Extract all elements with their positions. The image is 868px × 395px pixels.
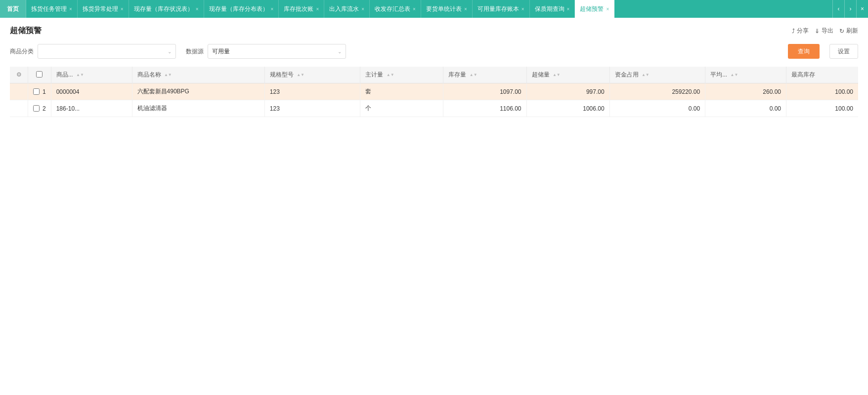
th-checkbox[interactable] [28, 67, 51, 83]
share-action[interactable]: ⤴ 分享 [792, 27, 809, 35]
th-max-stock[interactable]: 最高库存 [786, 67, 858, 83]
td-num-1: 2 [28, 100, 51, 117]
td-capital-0: 259220.00 [609, 83, 705, 100]
nav-tab-8[interactable]: 可用量库存账本× [473, 0, 530, 18]
nav-tab-label-9: 保质期查询 [535, 5, 564, 13]
sort-icon-avg: ▲▼ [731, 73, 738, 77]
td-settings-1 [10, 100, 28, 117]
datasource-select[interactable]: 可用量 ⌄ [208, 44, 346, 59]
td-avg-0: 260.00 [705, 83, 786, 100]
nav-tab-close-3[interactable]: × [271, 6, 274, 12]
th-stock[interactable]: 库存量 ▲▼ [443, 67, 526, 83]
nav-tab-label-4: 库存批次账 [284, 5, 313, 13]
category-select[interactable]: ⌄ [38, 44, 176, 59]
export-label: 导出 [822, 27, 833, 35]
datasource-arrow-icon: ⌄ [338, 49, 342, 54]
nav-tab-label-8: 可用量库存账本 [477, 5, 519, 13]
td-stock-1: 1106.00 [443, 100, 526, 117]
share-icon: ⤴ [792, 28, 795, 35]
table-header-row: ⚙ 商品... ▲▼ 商品名称 ▲▼ 规格型号 ▲▼ 主计 [10, 67, 858, 83]
td-unit-0: 套 [360, 83, 443, 100]
datasource-filter: 数据源 可用量 ⌄ [186, 44, 346, 59]
th-unit-label: 主计量 [365, 71, 383, 78]
nav-tab-close-4[interactable]: × [316, 6, 319, 12]
sort-icon-overstock: ▲▼ [553, 73, 561, 77]
refresh-label: 刷新 [846, 27, 858, 35]
nav-tab-label-10: 超储预警 [580, 5, 604, 13]
sort-icon-unit: ▲▼ [387, 73, 394, 77]
nav-tab-label-5: 出入库流水 [329, 5, 359, 13]
export-action[interactable]: ⇓ 导出 [815, 27, 833, 35]
th-overstock[interactable]: 超储量 ▲▼ [526, 67, 609, 83]
nav-tab-close-10[interactable]: × [606, 6, 609, 12]
nav-tab-close-1[interactable]: × [121, 6, 124, 12]
row-checkbox-0[interactable] [33, 88, 40, 95]
nav-tab-close-0[interactable]: × [69, 6, 72, 12]
category-arrow-icon: ⌄ [168, 49, 172, 54]
table-row: 2 186-10... 机油滤清器 123 个 1106.00 1006.00 … [10, 100, 858, 117]
th-capital[interactable]: 资金占用 ▲▼ [609, 67, 705, 83]
settings-button[interactable]: 设置 [829, 44, 858, 59]
nav-home[interactable]: 首页 [0, 0, 26, 18]
top-nav: 首页 拣货任务管理×拣货异常处理×现存量（库存状况表）×现存量（库存分布表）×库… [0, 0, 868, 18]
td-spec-0: 123 [264, 83, 360, 100]
th-capital-label: 资金占用 [615, 71, 639, 78]
datasource-label: 数据源 [186, 47, 204, 56]
nav-tab-10[interactable]: 超储预警× [575, 0, 614, 18]
nav-tab-9[interactable]: 保质期查询× [530, 0, 575, 18]
page-title-row: 超储预警 ⤴ 分享 ⇓ 导出 ↻ 刷新 [10, 26, 858, 36]
th-max-stock-label: 最高库存 [791, 71, 815, 78]
td-overstock-0: 997.00 [526, 83, 609, 100]
row-num-1: 2 [43, 105, 46, 112]
nav-tab-label-0: 拣货任务管理 [31, 5, 67, 13]
th-product-name[interactable]: 商品名称 ▲▼ [132, 67, 264, 83]
th-spec[interactable]: 规格型号 ▲▼ [264, 67, 360, 83]
nav-close-arrow[interactable]: × [856, 0, 868, 18]
nav-tab-6[interactable]: 收发存汇总表× [370, 0, 421, 18]
th-settings[interactable]: ⚙ [10, 67, 28, 83]
sort-icon-product-name: ▲▼ [164, 73, 172, 77]
sort-icon-stock: ▲▼ [470, 73, 477, 77]
nav-tab-label-3: 现存量（库存分布表） [209, 5, 268, 13]
nav-tab-close-8[interactable]: × [521, 6, 524, 12]
export-icon: ⇓ [815, 28, 820, 35]
select-all-checkbox[interactable] [36, 71, 43, 78]
nav-tab-close-9[interactable]: × [567, 6, 570, 12]
nav-tab-0[interactable]: 拣货任务管理× [26, 0, 78, 18]
th-product-code[interactable]: 商品... ▲▼ [51, 67, 132, 83]
nav-tab-close-6[interactable]: × [413, 6, 416, 12]
nav-tab-7[interactable]: 要货单统计表× [421, 0, 473, 18]
nav-tab-close-2[interactable]: × [196, 6, 199, 12]
th-stock-label: 库存量 [448, 71, 466, 78]
nav-tab-3[interactable]: 现存量（库存分布表）× [204, 0, 279, 18]
query-button[interactable]: 查询 [788, 44, 820, 59]
td-unit-1: 个 [360, 100, 443, 117]
row-checkbox-1[interactable] [33, 105, 40, 112]
sort-icon-capital: ▲▼ [642, 73, 650, 77]
nav-tab-5[interactable]: 出入库流水× [324, 0, 370, 18]
refresh-icon: ↻ [839, 28, 844, 35]
nav-tab-label-2: 现存量（库存状况表） [134, 5, 193, 13]
nav-tab-close-5[interactable]: × [361, 6, 364, 12]
th-avg[interactable]: 平均... ▲▼ [705, 67, 786, 83]
settings-gear-icon: ⚙ [15, 71, 23, 79]
th-product-code-label: 商品... [56, 71, 73, 78]
nav-tab-close-7[interactable]: × [464, 6, 467, 12]
td-avg-1: 0.00 [705, 100, 786, 117]
th-spec-label: 规格型号 [270, 71, 294, 78]
sort-icon-product-code: ▲▼ [76, 73, 84, 77]
td-stock-0: 1097.00 [443, 83, 526, 100]
td-spec-1: 123 [264, 100, 360, 117]
nav-tab-2[interactable]: 现存量（库存状况表）× [129, 0, 204, 18]
filter-row: 商品分类 ⌄ 数据源 可用量 ⌄ 查询 设置 [10, 44, 858, 59]
category-filter: 商品分类 ⌄ [10, 44, 176, 59]
th-unit[interactable]: 主计量 ▲▼ [360, 67, 443, 83]
nav-tab-1[interactable]: 拣货异常处理× [78, 0, 129, 18]
td-capital-1: 0.00 [609, 100, 705, 117]
nav-tab-4[interactable]: 库存批次账× [279, 0, 324, 18]
refresh-action[interactable]: ↻ 刷新 [839, 27, 858, 35]
td-num-0: 1 [28, 83, 51, 100]
nav-next-arrow[interactable]: › [844, 0, 856, 18]
nav-prev-arrow[interactable]: ‹ [832, 0, 844, 18]
datasource-value: 可用量 [212, 47, 230, 56]
